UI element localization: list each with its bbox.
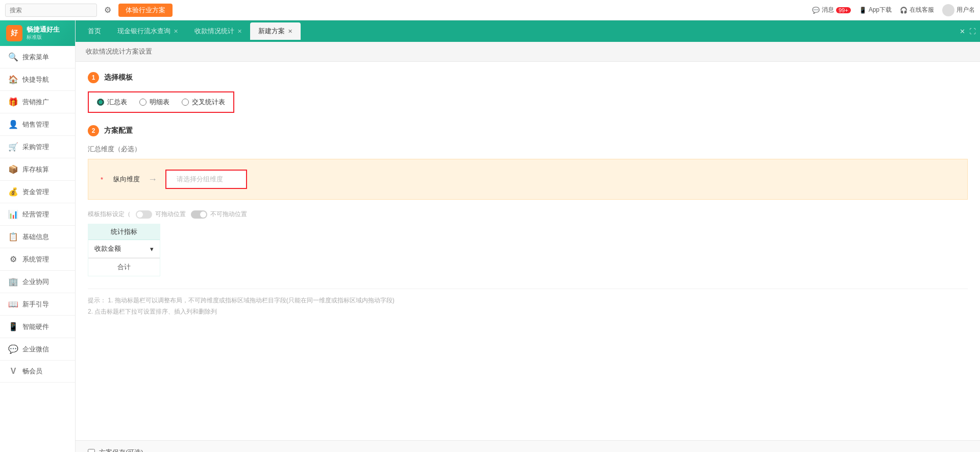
sidebar-item-operations[interactable]: 📊 经营管理 xyxy=(0,203,75,226)
sidebar-item-wechat[interactable]: 💬 企业微信 xyxy=(0,338,75,361)
toggle-track-on xyxy=(136,210,152,219)
radio-cross[interactable]: 交叉统计表 xyxy=(182,98,225,107)
indicator-title: 模板指标设定（ xyxy=(88,210,131,219)
template-options: 汇总表 明细表 交叉统计表 xyxy=(88,91,234,113)
inventory-icon: 📦 xyxy=(8,164,18,174)
tab-new-plan[interactable]: 新建方案 ✕ xyxy=(250,22,301,40)
support-label: 在线客服 xyxy=(910,6,934,14)
sidebar-item-search-menu[interactable]: 🔍 搜索菜单 xyxy=(0,46,75,68)
download-icon: 📱 xyxy=(859,7,867,14)
tab-new-plan-label: 新建方案 xyxy=(258,27,285,36)
toggle-thumb-off xyxy=(200,211,206,218)
step1-header: 1 选择模板 xyxy=(88,72,968,83)
sidebar-item-sales[interactable]: 👤 销售管理 xyxy=(0,113,75,136)
step1-section: 1 选择模板 汇总表 明细表 xyxy=(88,72,968,113)
toggle-track-off xyxy=(191,210,207,219)
main-layout: 好 畅捷通好生 标准版 🔍 搜索菜单 🏠 快捷导航 🎁 营销推广 👤 销售管理 … xyxy=(0,20,980,452)
support-item[interactable]: 🎧 在线客服 xyxy=(900,6,934,14)
system-icon: ⚙ xyxy=(8,254,18,264)
tab-bar: 首页 现金银行流水查询 ✕ 收款情况统计 ✕ 新建方案 ✕ ✕ ⛶ xyxy=(76,20,980,42)
sidebar-label-basic-info: 基础信息 xyxy=(22,232,49,242)
finance-icon: 💰 xyxy=(8,187,18,197)
settings-icon[interactable]: ⚙ xyxy=(101,4,114,17)
bottom-save: 方案保存(可选) xyxy=(76,440,980,452)
logo-icon: 好 xyxy=(6,25,22,41)
dimension-select[interactable]: 请选择分组维度 xyxy=(165,170,247,189)
step1-title: 选择模板 xyxy=(104,73,133,82)
sidebar-item-member[interactable]: V 畅会员 xyxy=(0,361,75,383)
radio-detail-input[interactable] xyxy=(139,99,146,106)
indicator-table-row1[interactable]: 收款金额 ▾ xyxy=(88,240,160,258)
top-bar: ⚙ 体验行业方案 💬 消息 99+ 📱 App下载 🎧 在线客服 用户名 xyxy=(0,0,980,20)
radio-summary-input[interactable] xyxy=(97,99,104,106)
user-name: 用户名 xyxy=(957,6,975,14)
toggle-thumb-on xyxy=(137,211,143,218)
sidebar-item-system[interactable]: ⚙ 系统管理 xyxy=(0,248,75,271)
tab-bar-controls: ✕ ⛶ xyxy=(960,28,976,35)
sidebar-item-hardware[interactable]: 📱 智能硬件 xyxy=(0,316,75,338)
sidebar: 好 畅捷通好生 标准版 🔍 搜索菜单 🏠 快捷导航 🎁 营销推广 👤 销售管理 … xyxy=(0,20,76,452)
marketing-icon: 🎁 xyxy=(8,97,18,107)
sidebar-label-quick-nav: 快捷导航 xyxy=(22,75,49,84)
radio-cross-input[interactable] xyxy=(182,99,189,106)
tab-home-label: 首页 xyxy=(88,27,101,36)
sidebar-item-inventory[interactable]: 📦 库存核算 xyxy=(0,158,75,181)
radio-detail[interactable]: 明细表 xyxy=(139,98,169,107)
sidebar-item-guide[interactable]: 📖 新手引导 xyxy=(0,293,75,316)
sidebar-item-marketing[interactable]: 🎁 营销推广 xyxy=(0,91,75,113)
search-input[interactable] xyxy=(5,4,97,17)
content-area: 首页 现金银行流水查询 ✕ 收款情况统计 ✕ 新建方案 ✕ ✕ ⛶ 收款情况统计… xyxy=(76,20,980,452)
tab-bank-flow-label: 现金银行流水查询 xyxy=(117,27,170,36)
sidebar-label-sales: 销售管理 xyxy=(22,120,49,129)
indicator-table-header: 统计指标 xyxy=(88,224,160,240)
step2-header: 2 方案配置 xyxy=(88,125,968,136)
radio-summary[interactable]: 汇总表 xyxy=(97,98,127,107)
download-item[interactable]: 📱 App下载 xyxy=(859,6,892,14)
sidebar-item-enterprise[interactable]: 🏢 企业协同 xyxy=(0,271,75,293)
operations-icon: 📊 xyxy=(8,209,18,219)
indicator-table: 统计指标 收款金额 ▾ 合计 xyxy=(88,224,160,276)
indicator-info: 模板指标设定（ 可拖动位置 不可拖 xyxy=(88,210,968,219)
wechat-icon: 💬 xyxy=(8,344,18,354)
dimension-title: 汇总维度（必选） xyxy=(88,145,968,154)
save-checkbox[interactable] xyxy=(88,449,95,452)
sidebar-item-finance[interactable]: 💰 资金管理 xyxy=(0,181,75,203)
tab-payment-stats-close[interactable]: ✕ xyxy=(237,28,242,35)
arrow-icon: → xyxy=(148,174,157,185)
sidebar-item-basic-info[interactable]: 📋 基础信息 xyxy=(0,226,75,248)
sidebar-item-purchase[interactable]: 🛒 采购管理 xyxy=(0,136,75,158)
purchase-icon: 🛒 xyxy=(8,142,18,152)
breadcrumb-text: 收款情况统计方案设置 xyxy=(86,47,152,55)
message-item[interactable]: 💬 消息 99+ xyxy=(812,6,851,14)
tab-new-plan-close[interactable]: ✕ xyxy=(288,28,292,35)
tab-payment-stats[interactable]: 收款情况统计 ✕ xyxy=(186,22,250,40)
support-icon: 🎧 xyxy=(900,7,908,14)
sidebar-label-hardware: 智能硬件 xyxy=(22,322,49,331)
tab-close-icon[interactable]: ✕ xyxy=(960,28,965,35)
indicator-settings: 模板指标设定（ 可拖动位置 不可拖 xyxy=(88,210,968,276)
user-item[interactable]: 用户名 xyxy=(942,4,975,16)
tab-expand-icon[interactable]: ⛶ xyxy=(969,28,976,35)
dimension-box: * 纵向维度 → 请选择分组维度 xyxy=(88,159,968,200)
avatar xyxy=(942,4,954,16)
toggle-draggable[interactable]: 可拖动位置 xyxy=(136,210,186,219)
toggle-off-label: 不可拖动位置 xyxy=(210,210,247,219)
tab-bank-flow[interactable]: 现金银行流水查询 ✕ xyxy=(109,22,186,40)
sidebar-label-search-menu: 搜索菜单 xyxy=(22,53,49,62)
sidebar-label-guide: 新手引导 xyxy=(22,300,49,309)
sidebar-label-enterprise: 企业协同 xyxy=(22,277,49,287)
sidebar-logo: 好 畅捷通好生 标准版 xyxy=(0,20,75,46)
page-content: 收款情况统计方案设置 1 选择模板 汇总表 xyxy=(76,42,980,452)
toggle-non-draggable[interactable]: 不可拖动位置 xyxy=(191,210,247,219)
sidebar-label-finance: 资金管理 xyxy=(22,187,49,197)
sidebar-label-system: 系统管理 xyxy=(22,255,49,264)
sidebar-label-purchase: 采购管理 xyxy=(22,142,49,152)
sidebar-label-wechat: 企业微信 xyxy=(22,345,49,354)
sidebar-item-quick-nav[interactable]: 🏠 快捷导航 xyxy=(0,68,75,91)
tab-bank-flow-close[interactable]: ✕ xyxy=(174,28,178,35)
message-icon: 💬 xyxy=(812,7,820,14)
tab-home[interactable]: 首页 xyxy=(80,22,109,40)
trial-button[interactable]: 体验行业方案 xyxy=(118,4,173,17)
sidebar-label-inventory: 库存核算 xyxy=(22,165,49,174)
tab-payment-stats-label: 收款情况统计 xyxy=(194,27,234,36)
